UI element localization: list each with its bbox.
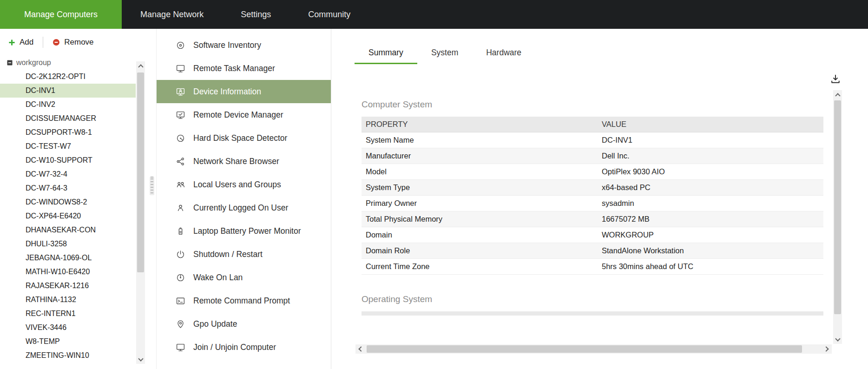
wake-on-lan-icon [175,272,185,283]
device-information-content: Summary System Hardware Computer System … [331,29,868,369]
menu-item-gpo-update[interactable]: Gpo Update [157,312,331,336]
menu-item-shutdown-restart[interactable]: Shutdown / Restart [157,243,331,266]
tab-label: Summary [368,48,403,58]
table-body: System Name DC-INV1 Manufacturer Dell In… [362,132,823,275]
menu-item-currently-logged-on-user[interactable]: Currently Logged On User [157,196,331,219]
computer-system-title: Computer System [362,99,823,110]
scroll-up-arrow-icon[interactable] [136,61,145,70]
computer-tree-item[interactable]: DC-W7-64-3 [0,181,136,195]
computer-tree-item[interactable]: DC-TEST-W7 [0,139,136,153]
property-cell: Current Time Zone [362,262,601,271]
menu-item-label: Software Inventory [193,40,261,50]
menu-item-label: Shutdown / Restart [193,250,263,259]
add-computer-button[interactable]: Add [8,38,33,47]
tab-hardware[interactable]: Hardware [472,43,535,64]
computer-name-label: DC-W7-64-3 [26,184,67,192]
computer-tree-item[interactable]: DCISSUEMANAGER [0,112,136,125]
computer-tree-item[interactable]: JEBAGNA-1069-OL [0,251,136,265]
menu-item-hard-disk-space-detector[interactable]: Hard Disk Space Detector [157,126,331,150]
menu-item-label: Gpo Update [193,319,237,329]
computer-tree-item[interactable]: VIVEK-3446 [0,321,136,335]
content-horizontal-scrollbar[interactable] [355,344,832,354]
menu-item-label: Remote Command Prompt [193,296,290,306]
operating-system-table: PROPERTY VALUE OS Name Microsoft Windows… [362,311,823,316]
property-cell: Total Physical Memory [362,215,601,224]
menu-item-wake-on-lan[interactable]: Wake On Lan [157,266,331,289]
computer-tree-item[interactable]: DC-2K12R2-OPTI [0,70,136,84]
menu-item-remote-device-manager[interactable]: Remote Device Manager [157,103,331,126]
scroll-down-arrow-icon[interactable] [833,335,842,344]
computer-tree-item[interactable]: ZMEETING-WIN10 [0,349,136,362]
table-header-row: PROPERTY VALUE [362,117,823,132]
nav-tab-manage-network[interactable]: Manage Network [122,0,222,29]
table-row: Domain Role StandAlone Workstation [362,243,823,259]
nav-tab-community[interactable]: Community [289,0,369,29]
computer-tree-item[interactable]: RATHINA-1132 [0,293,136,307]
collapse-icon[interactable] [7,60,13,66]
content-vertical-scrollbar[interactable] [833,90,842,344]
table-row: Manufacturer Dell Inc. [362,148,823,164]
panel-collapse-handle[interactable] [150,177,154,195]
computer-tree-item[interactable]: DHANASEKAR-CON [0,223,136,237]
scroll-up-arrow-icon[interactable] [833,90,842,99]
computer-tree-item[interactable]: REC-INTERN1 [0,307,136,321]
menu-item-device-information[interactable]: Device Information [157,80,331,103]
nav-tab-settings[interactable]: Settings [222,0,289,29]
menu-item-remote-command-prompt[interactable]: Remote Command Prompt [157,289,331,312]
column-header-value: VALUE [601,120,823,129]
table-row: System Type x64-based PC [362,180,823,196]
computer-tree-item[interactable]: DC-WINDOWS8-2 [0,195,136,209]
computer-name-label: DCSUPPORT-W8-1 [26,128,92,136]
computer-tree-item[interactable]: MATHI-W10-E6420 [0,265,136,279]
computer-tree-item[interactable]: W8-TEMP [0,335,136,349]
computer-tree-item[interactable]: DC-XP64-E6420 [0,209,136,223]
menu-item-network-share-browser[interactable]: Network Share Browser [157,150,331,173]
computer-tree-item[interactable]: DHULI-3258 [0,237,136,251]
property-cell: Domain Role [362,246,601,255]
menu-item-label: Network Share Browser [193,157,279,166]
scroll-down-arrow-icon[interactable] [136,355,145,364]
computer-tree-item[interactable]: DC-W7-32-4 [0,167,136,181]
computer-name-label: DC-TEST-W7 [26,142,71,150]
menu-item-local-users-and-groups[interactable]: Local Users and Groups [157,173,331,196]
menu-item-remote-task-manager[interactable]: Remote Task Manager [157,57,331,80]
computer-tree-item[interactable]: DCSUPPORT-W8-1 [0,125,136,139]
computer-tree-item[interactable]: DC-W10-SUPPORT [0,153,136,167]
remove-button-label: Remove [64,38,93,47]
computer-name-label: JEBAGNA-1069-OL [26,254,92,262]
computer-tree-item[interactable]: DC-INV1 [0,84,136,98]
table-row: Primary Owner sysadmin [362,196,823,211]
scrollbar-thumb[interactable] [834,100,841,314]
top-navigation-bar: Manage Computers Manage Network Settings… [0,0,868,29]
sidebar-scrollbar[interactable] [136,61,145,364]
tab-system[interactable]: System [417,43,472,64]
menu-item-laptop-battery-power-monitor[interactable]: Laptop Battery Power Monitor [157,219,331,243]
gpo-update-icon [175,319,185,329]
scroll-right-arrow-icon[interactable] [822,344,832,354]
nav-tab-manage-computers[interactable]: Manage Computers [0,0,122,29]
operating-system-section: Operating System PROPERTY VALUE OS Name … [362,294,823,316]
scrollbar-thumb[interactable] [137,72,144,272]
export-report-button[interactable] [830,73,841,85]
property-cell: Primary Owner [362,199,601,208]
computer-system-section: Computer System PROPERTY VALUE System Na… [362,99,823,275]
tab-label: System [431,48,458,58]
menu-item-join-unjoin-computer[interactable]: Join / Unjoin Computer [157,336,331,359]
nav-tab-label: Manage Computers [24,10,98,20]
remote-task-manager-icon [175,63,185,73]
workgroup-node[interactable]: workgroup [0,56,136,70]
computer-tree-item[interactable]: RAJASEKAR-1216 [0,279,136,293]
computer-tree-item[interactable]: DC-INV2 [0,98,136,112]
tab-summary[interactable]: Summary [355,43,417,64]
remove-computer-button[interactable]: Remove [53,38,93,47]
scrollbar-thumb[interactable] [367,345,802,353]
shutdown-restart-icon [175,249,185,259]
value-cell: StandAlone Workstation [601,246,823,255]
computer-name-label: DC-W10-SUPPORT [26,156,92,164]
scroll-left-arrow-icon[interactable] [355,344,365,354]
value-cell: DC-INV1 [601,136,823,145]
software-inventory-icon [175,40,185,50]
menu-item-label: Remote Device Manager [193,110,283,120]
value-cell: OptiPlex 9030 AIO [601,167,823,176]
menu-item-software-inventory[interactable]: Software Inventory [157,33,331,57]
